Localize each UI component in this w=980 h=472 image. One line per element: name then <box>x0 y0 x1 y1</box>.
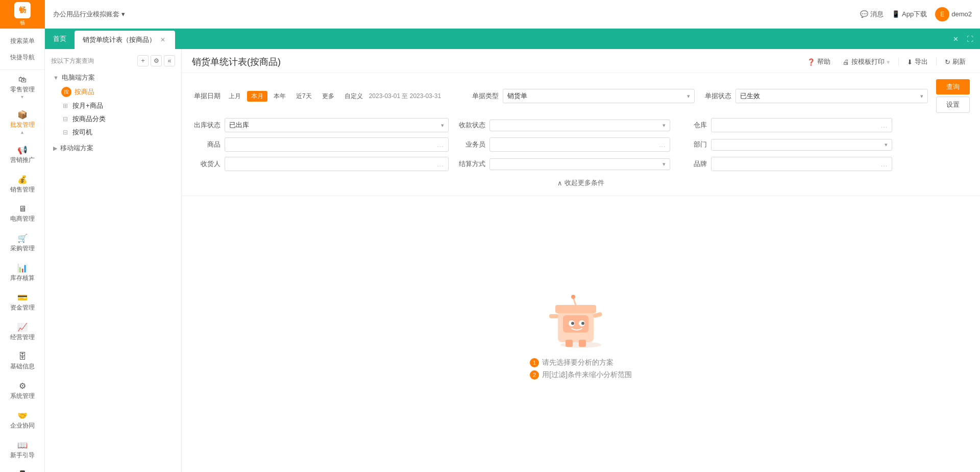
print-btn[interactable]: 🖨 按模板打印 ▾ <box>839 55 894 68</box>
sub-icon3: ⊟ <box>61 128 69 136</box>
sidebar-item-marketing[interactable]: 📢 营销推广 <box>4 141 41 169</box>
sidebar-item-basic[interactable]: 🗄 基础信息 <box>4 348 41 375</box>
export-btn[interactable]: ⬇ 导出 <box>903 55 932 68</box>
department-select[interactable]: ▾ <box>711 139 892 151</box>
inventory-icon: 📊 <box>17 263 28 273</box>
bill-type-select[interactable]: 销货单 ▾ <box>503 89 695 103</box>
query-btn[interactable]: 查询 <box>936 79 970 95</box>
filter-bill-type: 单据类型 销货单 ▾ <box>470 89 695 103</box>
sidebar-item-purchase[interactable]: 🛒 采购管理 <box>4 229 41 257</box>
tree-item-by-category[interactable]: ⊟ 按商品分类 <box>57 112 177 126</box>
maximize-btn[interactable]: ⛶ <box>964 33 976 45</box>
finance-icon: 💳 <box>17 293 28 302</box>
operation-icon: 📈 <box>17 322 28 332</box>
step-1-num: 1 <box>530 358 539 367</box>
warehouse-input[interactable]: … <box>711 118 892 132</box>
this-month-btn[interactable]: 本月 <box>247 91 267 102</box>
sidebar-nav: 🛍 零售管理 ▾ 📦 批发管理 ▴ 📢 营销推广 💰 销售管理 🖥 电商管理 🛒… <box>0 70 44 472</box>
page-header-actions: ❓ 帮助 🖨 按模板打印 ▾ ⬇ 导出 ↻ <box>803 55 970 68</box>
tabbar-actions: ✕ ⛶ <box>945 33 980 45</box>
product-dots: … <box>437 140 444 149</box>
tree-pc-group[interactable]: ▼ 电脑端方案 <box>49 70 177 85</box>
this-year-btn[interactable]: 本年 <box>270 91 290 102</box>
sidebar-logo[interactable]: 畅 畅 <box>0 0 45 29</box>
sidebar-item-inventory[interactable]: 📊 库存核算 <box>4 259 41 287</box>
last-7-btn[interactable]: 近7天 <box>292 91 316 102</box>
brand-input[interactable]: … <box>711 157 892 171</box>
salesperson-input[interactable]: … <box>489 137 671 152</box>
sidebar-item-wholesale[interactable]: 📦 批发管理 ▴ <box>4 106 41 139</box>
tree-item-by-driver[interactable]: ⊟ 按司机 <box>57 126 177 139</box>
out-status-label: 出库状态 <box>192 121 220 130</box>
refresh-btn[interactable]: ↻ 刷新 <box>941 55 970 68</box>
tab-sales-stat[interactable]: 销货单统计表（按商品） ✕ <box>75 31 175 49</box>
custom-btn[interactable]: 自定义 <box>340 91 367 102</box>
add-scheme-btn[interactable]: + <box>137 55 149 66</box>
empty-text: 1 请先选择要分析的方案 2 用[过滤]条件来缩小分析范围 <box>530 358 632 380</box>
receipt-arrow: ▾ <box>663 122 666 129</box>
user-profile-btn[interactable]: E demo2 <box>935 7 972 21</box>
out-status-select[interactable]: 已出库 ▾ <box>225 118 449 132</box>
topbar-left: 办公用品行业模拟账套 ▾ <box>53 10 125 19</box>
breadcrumb-text: 办公用品行业模拟账套 <box>53 10 119 19</box>
tab-close-btn[interactable]: ✕ <box>159 36 167 44</box>
filter-payment: 结算方式 ▾ <box>457 158 671 170</box>
product-input[interactable]: … <box>225 137 449 152</box>
logo-icon: 畅 <box>14 2 31 18</box>
salesperson-label: 业务员 <box>457 140 485 149</box>
settings-scheme-btn[interactable]: ⚙ <box>151 55 162 66</box>
sidebar-item-enterprise[interactable]: 🤝 企业协同 <box>4 407 41 434</box>
tree-mobile-group[interactable]: ▶ 移动端方案 <box>49 141 177 155</box>
app-download-btn[interactable]: 📱 App下载 <box>892 10 927 19</box>
sidebar-item-operation[interactable]: 📈 经营管理 <box>4 318 41 346</box>
left-panel-actions: + ⚙ « <box>137 55 175 66</box>
receipt-status-select[interactable]: ▾ <box>489 120 671 131</box>
payment-select[interactable]: ▾ <box>489 158 671 170</box>
receiver-label: 收货人 <box>192 159 220 169</box>
refresh-icon: ↻ <box>945 58 950 66</box>
filter-brand: 品牌 … <box>678 157 892 171</box>
wholesale-icon: 📦 <box>17 110 28 120</box>
last-month-btn[interactable]: 上月 <box>225 91 245 102</box>
sidebar-item-ecommerce[interactable]: 🖥 电商管理 <box>4 200 41 227</box>
message-btn[interactable]: 💬 消息 <box>860 10 884 19</box>
query-actions: 查询 设置 <box>936 79 970 113</box>
marketing-icon: 📢 <box>17 145 28 155</box>
svg-point-7 <box>581 322 584 325</box>
chevron-up-icon: ▴ <box>21 129 23 135</box>
tab-home[interactable]: 首页 <box>45 29 75 49</box>
help-btn[interactable]: ❓ 帮助 <box>803 55 835 68</box>
content-area: 按以下方案查询 + ⚙ « ▼ 电脑端方案 按 按商品 ⊞ 按月+ <box>45 49 980 472</box>
sidebar-item-finance[interactable]: 💳 资金管理 <box>4 289 41 316</box>
payment-label: 结算方式 <box>457 159 485 169</box>
tree-item-by-month-product[interactable]: ⊞ 按月+商品 <box>57 99 177 112</box>
help-icon: ❓ <box>807 58 815 66</box>
search-menu-item[interactable]: 搜索菜单 <box>4 33 41 49</box>
tree-item-by-product[interactable]: 按 按商品 <box>57 85 177 99</box>
shortcut-nav-item[interactable]: 快捷导航 <box>4 49 41 65</box>
sidebar-item-retail[interactable]: 🛍 零售管理 ▾ <box>4 71 41 104</box>
left-panel: 按以下方案查询 + ⚙ « ▼ 电脑端方案 按 按商品 ⊞ 按月+ <box>45 49 182 472</box>
warehouse-label: 仓库 <box>678 121 707 130</box>
status-arrow-icon: ▾ <box>920 93 923 100</box>
breadcrumb-dropdown[interactable]: 办公用品行业模拟账套 ▾ <box>53 10 125 19</box>
filter-out-status: 出库状态 已出库 ▾ <box>192 118 449 132</box>
svg-line-12 <box>573 298 576 305</box>
sidebar-item-system[interactable]: ⚙ 系统管理 <box>4 377 41 405</box>
close-all-tabs-btn[interactable]: ✕ <box>949 33 962 45</box>
sidebar-item-sales[interactable]: 💰 销售管理 <box>4 171 41 198</box>
filter-salesperson: 业务员 … <box>457 137 671 152</box>
salesperson-dots: … <box>658 140 666 149</box>
sidebar-item-appcenter[interactable]: 📱 应用中心 <box>4 466 41 472</box>
sidebar-item-guide[interactable]: 📖 新手引导 <box>4 436 41 464</box>
date-control: 上月 本月 本年 近7天 更多 自定义 2023-03-01 至 2023-03… <box>225 91 462 102</box>
receiver-input[interactable]: … <box>225 157 449 171</box>
maximize-icon: ⛶ <box>967 35 973 43</box>
bill-status-select[interactable]: 已生效 ▾ <box>736 89 928 103</box>
empty-state: 1 请先选择要分析的方案 2 用[过滤]条件来缩小分析范围 <box>182 196 980 472</box>
settings-btn[interactable]: 设置 <box>936 97 970 113</box>
more-btn[interactable]: 更多 <box>318 91 338 102</box>
filter-collapse-btn[interactable]: ∧ 收起更多条件 <box>192 176 970 190</box>
svg-point-6 <box>571 322 574 325</box>
collapse-panel-btn[interactable]: « <box>164 55 175 66</box>
